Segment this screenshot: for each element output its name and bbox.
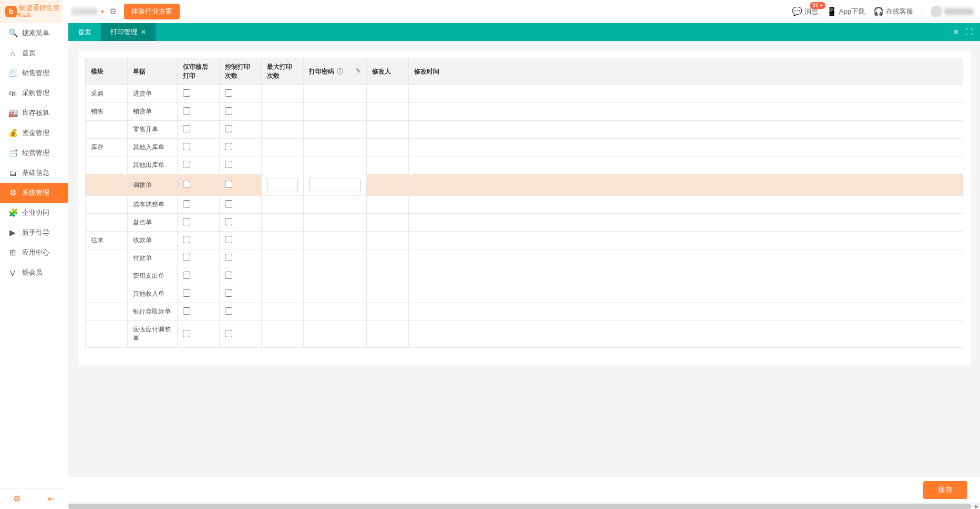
brand-logo[interactable]: b 畅捷通好生意 精品版 (0, 0, 62, 23)
audit-only-checkbox[interactable] (183, 143, 190, 150)
sidebar-item-sales[interactable]: 🧾销售管理 (0, 63, 68, 83)
table-row[interactable]: 应收应付调整单 (86, 321, 963, 348)
audit-only-checkbox[interactable] (183, 289, 190, 297)
ctrl-count-checkbox[interactable] (225, 218, 232, 225)
cell-pwd (304, 267, 367, 285)
ctrl-count-checkbox[interactable] (225, 330, 232, 337)
topbar-msg[interactable]: 💬消息99 + (792, 6, 818, 16)
horizontal-scrollbar[interactable]: ◀ ▶ (68, 503, 980, 509)
industry-cta-button[interactable]: 体验行业方案 (124, 4, 180, 19)
sidebar-item-base[interactable]: 🗂基础信息 (0, 163, 68, 183)
ctrl-count-checkbox[interactable] (225, 107, 232, 115)
table-row[interactable]: 盘点单 (86, 214, 963, 232)
cell-mtime (409, 103, 963, 121)
audit-only-checkbox[interactable] (183, 181, 190, 188)
tab-home[interactable]: 首页 (68, 23, 101, 41)
cell-doc: 其他收入单 (128, 285, 178, 303)
sidebar-item-home[interactable]: ⌂首页 (0, 43, 68, 63)
print-pwd-input[interactable] (309, 179, 361, 191)
user-profile[interactable] (931, 6, 974, 17)
audit-only-checkbox[interactable] (183, 218, 190, 225)
cell-mtime (409, 157, 963, 174)
tab-print[interactable]: 打印管理✕ (101, 23, 156, 41)
sidebar-item-apps[interactable]: ⊞应用中心 (0, 243, 68, 263)
scroll-right-icon[interactable]: ▶ (973, 503, 980, 509)
table-row[interactable]: 零售开单 (86, 121, 963, 139)
audit-only-checkbox[interactable] (183, 200, 190, 207)
audit-only-checkbox[interactable] (183, 89, 190, 97)
stock-icon: 🏭 (8, 108, 17, 118)
table-row[interactable]: 成本调整单 (86, 196, 963, 214)
th-module: 模块 (86, 58, 128, 85)
audit-only-checkbox[interactable] (183, 107, 190, 115)
topbar-app[interactable]: 📱App下载 (827, 6, 865, 16)
tab-close-all-icon[interactable]: ✕ (953, 28, 959, 36)
cell-mtime (409, 196, 963, 214)
cell-audit (178, 214, 220, 232)
save-button[interactable]: 保存 (923, 481, 967, 499)
sales-icon: 🧾 (8, 68, 17, 78)
table-row[interactable]: 费用支出单 (86, 267, 963, 285)
ctrl-count-checkbox[interactable] (225, 200, 232, 207)
ctrl-count-checkbox[interactable] (225, 161, 232, 168)
audit-only-checkbox[interactable] (183, 161, 190, 168)
ctrl-count-checkbox[interactable] (225, 181, 232, 188)
table-row[interactable]: 其他出库单 (86, 157, 963, 174)
topbar-cs[interactable]: 🎧在线客服 (873, 6, 913, 16)
audit-only-checkbox[interactable] (183, 125, 190, 132)
max-count-input[interactable] (267, 179, 298, 191)
table-row[interactable]: 银行存取款单 (86, 303, 963, 321)
cell-pwd (304, 303, 367, 321)
cell-max (262, 303, 304, 321)
chevron-down-icon: ▾ (101, 8, 104, 15)
table-row[interactable]: 采购进货单 (86, 85, 963, 103)
app-icon: 📱 (827, 6, 837, 16)
org-selector[interactable]: ▾ (71, 8, 104, 15)
ctrl-count-checkbox[interactable] (225, 254, 232, 261)
sidebar-item-biz[interactable]: 📑经营管理 (0, 143, 68, 163)
cell-pwd (304, 85, 367, 103)
sidebar-settings-icon[interactable]: ⚙ (0, 489, 34, 509)
audit-only-checkbox[interactable] (183, 330, 190, 337)
ctrl-count-checkbox[interactable] (225, 89, 232, 97)
audit-only-checkbox[interactable] (183, 272, 190, 279)
ctrl-count-checkbox[interactable] (225, 125, 232, 132)
gear-icon[interactable]: ⚙ (109, 6, 117, 16)
ctrl-count-checkbox[interactable] (225, 143, 232, 150)
ctrl-count-checkbox[interactable] (225, 272, 232, 279)
table-row[interactable]: 销售销货单 (86, 103, 963, 121)
cell-ctrl (220, 214, 262, 232)
ctrl-count-checkbox[interactable] (225, 307, 232, 315)
audit-only-checkbox[interactable] (183, 236, 190, 243)
table-row[interactable]: 往来收款单 (86, 232, 963, 250)
cell-doc: 其他出库单 (128, 157, 178, 174)
tab-fullscreen-icon[interactable]: ⛶ (965, 28, 973, 36)
sidebar-item-stock[interactable]: 🏭库存核算 (0, 103, 68, 123)
guide-icon: ▶ (8, 228, 17, 237)
table-row[interactable]: 付款单 (86, 250, 963, 267)
edit-icon[interactable]: ✎ (356, 67, 361, 75)
scroll-thumb[interactable] (68, 504, 971, 509)
cell-ctrl (220, 250, 262, 267)
sidebar-item-fund[interactable]: 💰资金管理 (0, 123, 68, 143)
table-row[interactable]: 其他收入单 (86, 285, 963, 303)
sidebar-item-sys[interactable]: ⚙系统管理 (0, 183, 68, 203)
table-row[interactable]: 调拨单 (86, 174, 963, 196)
cell-modifier (367, 267, 409, 285)
sidebar-item-purchase[interactable]: 🛍采购管理 (0, 83, 68, 103)
sidebar-collapse-icon[interactable]: ⇤ (34, 489, 68, 509)
ctrl-count-checkbox[interactable] (225, 236, 232, 243)
sidebar-item-guide[interactable]: ▶新手引导 (0, 223, 68, 243)
audit-only-checkbox[interactable] (183, 254, 190, 261)
ctrl-count-checkbox[interactable] (225, 289, 232, 297)
cell-pwd (304, 196, 367, 214)
sidebar-item-corp[interactable]: 🧩企业协同 (0, 203, 68, 223)
cell-ctrl (220, 196, 262, 214)
sidebar-item-vip[interactable]: V畅会员 (0, 263, 68, 283)
sidebar-item-search[interactable]: 🔍搜索菜单 (0, 23, 68, 43)
table-row[interactable]: 库存其他入库单 (86, 139, 963, 157)
help-icon[interactable]: ⓘ (337, 68, 343, 75)
close-icon[interactable]: ✕ (141, 28, 146, 36)
th-pwd: 打印密码 ⓘ ✎ (304, 58, 367, 85)
audit-only-checkbox[interactable] (183, 307, 190, 315)
